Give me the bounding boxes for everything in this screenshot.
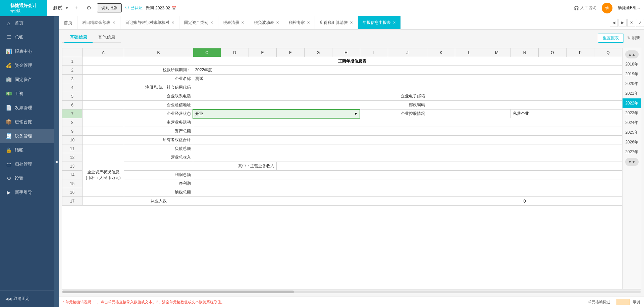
year-item-2026年[interactable]: 2026年 xyxy=(623,137,641,147)
tab-asset[interactable]: 固定资产类别✕ xyxy=(179,16,218,30)
user-avatar[interactable]: 畅 xyxy=(602,3,612,13)
cell-9C[interactable] xyxy=(193,127,622,136)
year-scroll-up[interactable]: ▲▲ xyxy=(625,50,639,58)
sidebar-toggle[interactable]: ◀ xyxy=(54,16,59,307)
cell-17C[interactable] xyxy=(193,197,388,206)
cell-2C[interactable]: 2022年度 xyxy=(193,66,622,75)
consult-button[interactable]: 🎧 人工咨询 xyxy=(574,5,596,11)
col-header-B[interactable]: B xyxy=(124,48,193,57)
sub-tab-other[interactable]: 其他信息 xyxy=(93,32,121,43)
reset-report-button[interactable]: 重置报表 xyxy=(598,34,624,43)
sidebar-item-invoice[interactable]: 📄发票管理 xyxy=(0,101,54,115)
cell-15C[interactable] xyxy=(193,179,622,188)
year-item-2022年[interactable]: 2022年 xyxy=(623,98,641,108)
cell-17K[interactable]: 0 xyxy=(427,197,622,206)
year-item-2023年[interactable]: 2023年 xyxy=(623,108,641,118)
sheet-title-cell[interactable]: 工商年报信息表 xyxy=(83,57,622,66)
cell-14C[interactable] xyxy=(193,171,622,179)
col-header-H[interactable]: H xyxy=(332,48,360,57)
sidebar-item-asset[interactable]: 🏢固定资产 xyxy=(0,73,54,87)
tab-taxinsp[interactable]: 税检专家✕ xyxy=(284,16,315,30)
sidebar-item-ledger[interactable]: ☰总账 xyxy=(0,30,54,44)
settings-icon[interactable]: ⚙ xyxy=(84,3,94,13)
cell-7C-dropdown[interactable]: 开业▼ xyxy=(193,109,360,118)
cell-16C[interactable] xyxy=(193,188,622,197)
col-header-O[interactable]: O xyxy=(539,48,567,57)
cell-3C[interactable]: 测试 xyxy=(193,75,622,83)
old-version-button[interactable]: 切到旧版 xyxy=(97,3,122,12)
year-item-2019年[interactable]: 2019年 xyxy=(623,69,641,79)
sidebar-item-close[interactable]: 🔒结账 xyxy=(0,143,54,157)
workspace-dropdown-icon[interactable]: ▾ xyxy=(66,5,68,10)
col-header-D[interactable]: D xyxy=(221,48,249,57)
sidebar-item-home[interactable]: ⌂首页 xyxy=(0,16,54,30)
col-header-K[interactable]: K xyxy=(427,48,455,57)
tabs-next-button[interactable]: ▶ xyxy=(619,19,627,27)
tab-income[interactable]: 所得税汇算清缴✕ xyxy=(315,16,358,30)
add-tab-button[interactable]: ＋ xyxy=(71,3,81,13)
cell-6K[interactable] xyxy=(427,101,622,109)
tab-close-icon[interactable]: ✕ xyxy=(393,20,396,25)
col-header-F[interactable]: F xyxy=(276,48,304,57)
cell-11C[interactable] xyxy=(193,144,622,153)
tabs-expand-button[interactable]: ⤢ xyxy=(636,19,644,27)
cell-5K[interactable] xyxy=(427,92,622,101)
sidebar-item-guide[interactable]: ▶新手引导 xyxy=(0,185,54,200)
tab-close-icon[interactable]: ✕ xyxy=(171,20,174,25)
tab-close-icon[interactable]: ✕ xyxy=(210,20,213,25)
year-scroll-down[interactable]: ▼▼ xyxy=(625,158,639,166)
calendar-icon[interactable]: 📅 xyxy=(171,6,176,10)
col-header-Q[interactable]: Q xyxy=(594,48,622,57)
cell-4C[interactable] xyxy=(193,83,622,92)
cell-13F[interactable] xyxy=(276,162,622,171)
year-item-2027年[interactable]: 2027年 xyxy=(623,147,641,157)
tab-taxwave[interactable]: 税负波动表✕ xyxy=(249,16,284,30)
sidebar-item-stock[interactable]: 📦进销台账 xyxy=(0,115,54,129)
col-header-L[interactable]: L xyxy=(455,48,483,57)
tab-close-icon[interactable]: ✕ xyxy=(241,20,244,25)
spreadsheet-main[interactable]: A B C D E F G H I J xyxy=(62,48,622,289)
cell-7N[interactable]: 私营企业 xyxy=(511,109,622,118)
cell-12C[interactable] xyxy=(193,153,622,162)
col-header-M[interactable]: M xyxy=(483,48,511,57)
scroll-thumb[interactable] xyxy=(62,291,294,293)
unpin-button[interactable]: ◀◀ 取消固定 xyxy=(0,293,54,304)
refresh-button[interactable]: ↻ 刷新 xyxy=(627,35,640,41)
col-header-E[interactable]: E xyxy=(249,48,276,57)
year-item-2021年[interactable]: 2021年 xyxy=(623,89,641,98)
col-header-P[interactable]: P xyxy=(566,48,594,57)
col-header-N[interactable]: N xyxy=(511,48,539,57)
col-header-J[interactable]: J xyxy=(388,48,427,57)
sidebar-item-fund[interactable]: 💰资金管理 xyxy=(0,58,54,73)
tab-close-icon[interactable]: ✕ xyxy=(276,20,279,25)
col-header-I[interactable]: I xyxy=(360,48,388,57)
tabs-close-button[interactable]: ✕ xyxy=(627,19,635,27)
cell-5C[interactable] xyxy=(193,92,388,101)
year-item-2024年[interactable]: 2024年 xyxy=(623,118,641,128)
cell-8C[interactable] xyxy=(193,118,622,127)
tab-annual[interactable]: 年报信息申报表✕ xyxy=(358,16,401,30)
sidebar-item-salary[interactable]: 💵工资 xyxy=(0,87,54,101)
tab-close-icon[interactable]: ✕ xyxy=(112,20,115,25)
scroll-track[interactable] xyxy=(62,291,641,293)
cell-6C[interactable] xyxy=(193,101,388,109)
tab-journal[interactable]: 日记账与银行对账单核对✕ xyxy=(120,16,179,30)
tab-taxclear[interactable]: 税表清册✕ xyxy=(218,16,249,30)
horizontal-scrollbar[interactable] xyxy=(62,289,641,294)
year-item-2025年[interactable]: 2025年 xyxy=(623,128,641,137)
col-header-G[interactable]: G xyxy=(304,48,332,57)
tab-close-icon[interactable]: ✕ xyxy=(350,20,353,25)
col-header-C[interactable]: C xyxy=(193,48,221,57)
year-item-2020年[interactable]: 2020年 xyxy=(623,79,641,89)
tab-home[interactable]: 首页 xyxy=(59,16,77,30)
year-item-2018年[interactable]: 2018年 xyxy=(623,59,641,69)
sidebar-item-tax[interactable]: 🧾税务管理 xyxy=(0,129,54,143)
username-label[interactable]: 畅捷通B组... xyxy=(618,5,640,11)
sidebar-item-settings[interactable]: ⚙设置 xyxy=(0,171,54,185)
tab-aux[interactable]: 科目辅助余额表✕ xyxy=(77,16,120,30)
tab-close-icon[interactable]: ✕ xyxy=(307,20,310,25)
sub-tab-basic[interactable]: 基础信息 xyxy=(64,32,93,43)
cell-10C[interactable] xyxy=(193,136,622,144)
col-header-A[interactable]: A xyxy=(83,48,124,57)
sidebar-item-archive[interactable]: 🗃归档管理 xyxy=(0,157,54,171)
